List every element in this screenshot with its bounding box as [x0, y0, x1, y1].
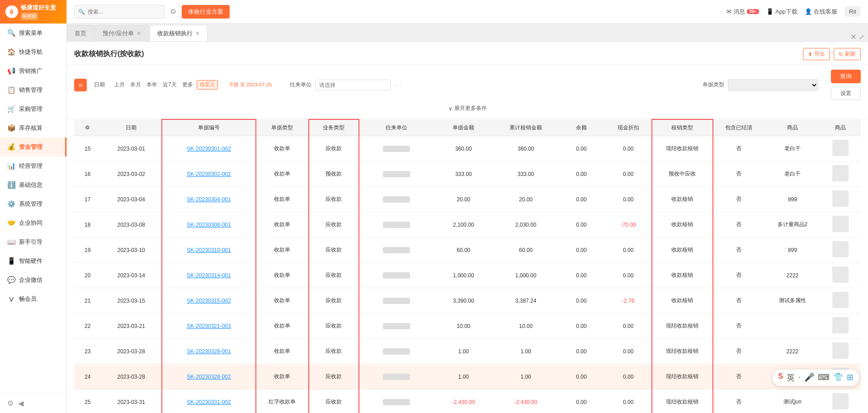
tab-prepay[interactable]: 预付/应付单✕: [95, 25, 149, 41]
ime-grid-icon[interactable]: ⊞: [847, 372, 854, 383]
row-partner: [359, 161, 433, 187]
sidebar-item-hardware[interactable]: 📱 智能硬件: [0, 252, 66, 271]
user-btn[interactable]: Rit: [844, 6, 861, 17]
sidebar-item-finance[interactable]: 💰 资金管理: [0, 138, 66, 157]
sidebar-item-sales[interactable]: 📋 销售管理: [0, 81, 66, 100]
expand-more-btn[interactable]: ∨ 展开更多条件: [74, 103, 861, 114]
row-biztype: 应收款: [309, 389, 359, 413]
query-btn[interactable]: 查询: [831, 70, 861, 83]
th-settings[interactable]: ⚙: [74, 119, 101, 136]
sidebar-label-finance: 资金管理: [19, 143, 42, 151]
settings-icon[interactable]: ⚙: [7, 399, 14, 408]
billno-link[interactable]: SK-20230314-001: [187, 272, 231, 279]
collapse-icon[interactable]: ◀: [18, 399, 24, 408]
ime-dot-icon[interactable]: ·: [798, 372, 801, 383]
tab-home[interactable]: 首页: [67, 25, 94, 41]
app-download-btn[interactable]: 📱 App下载: [766, 8, 797, 16]
tab-close-receipt[interactable]: ✕: [195, 30, 200, 37]
billno-link[interactable]: SK-20230328-001: [187, 348, 231, 355]
date-this-year[interactable]: 本年: [145, 80, 159, 90]
refresh-btn[interactable]: ↻ 刷新: [834, 48, 861, 60]
sidebar-item-purchase[interactable]: 🛒 采购管理: [0, 100, 66, 119]
row-biztype: 应收款: [309, 187, 359, 212]
partner-value: [383, 298, 410, 304]
tab-close-prepay[interactable]: ✕: [137, 30, 141, 37]
filter-settings-btn[interactable]: 设置: [831, 87, 861, 100]
row-partner: [359, 136, 433, 161]
sidebar-label-quicknav: 快捷导航: [19, 48, 42, 56]
row-discount: -2.76: [605, 288, 652, 313]
th-cumamt: 累计核销金额: [494, 119, 558, 136]
ime-keyboard-icon[interactable]: ⌨: [818, 372, 830, 383]
sidebar-item-search[interactable]: 🔍 搜索菜单: [0, 24, 66, 43]
table-row: 17 2023-03-04 SK-20230304-001 收款单 应收款 20…: [74, 187, 861, 212]
search-input[interactable]: [88, 9, 160, 15]
billno-link[interactable]: SK-20230310-001: [187, 247, 231, 253]
row-discount: 0.00: [605, 313, 652, 339]
filter-toggle-btn[interactable]: »: [74, 79, 87, 91]
billtype-select[interactable]: [728, 79, 818, 91]
row-goodsimg: [820, 313, 861, 339]
row-goods: 2222: [764, 339, 820, 364]
partner-value: [383, 374, 410, 380]
industry-btn[interactable]: 体验行业方案: [182, 5, 230, 19]
logo-text: 畅康道好生意 标推版: [21, 4, 56, 20]
row-amount: -2,430.00: [433, 389, 494, 413]
row-cumamt: -2,430.00: [494, 389, 558, 413]
logo-icon: 6: [5, 5, 18, 18]
sidebar-item-quicknav[interactable]: 🏠 快捷导航: [0, 43, 66, 62]
ime-english-icon[interactable]: 英: [787, 372, 795, 383]
sidebar-item-member[interactable]: V 畅会员: [0, 290, 66, 309]
sidebar-item-basics[interactable]: ℹ️ 基础信息: [0, 176, 66, 195]
row-goodsimg: [820, 389, 861, 413]
ime-mic-icon[interactable]: 🎤: [804, 372, 814, 383]
ime-shirt-icon[interactable]: 👕: [833, 372, 843, 383]
date-label: 日期: [94, 81, 105, 89]
row-billno: SK-20230302-002: [162, 161, 256, 187]
sidebar-item-operation[interactable]: 📊 经营管理: [0, 157, 66, 176]
topbar-search-box[interactable]: 🔍: [74, 5, 165, 19]
tab-receipt[interactable]: 收款核销执行✕: [150, 25, 208, 41]
date-this-month[interactable]: 本月: [128, 80, 143, 90]
row-cumamt: 360.00: [494, 136, 558, 161]
export-btn[interactable]: ⬆ 导出: [803, 48, 830, 60]
billno-link[interactable]: SK-20230321-003: [187, 323, 231, 329]
window-expand-icon[interactable]: ⤢: [859, 33, 864, 41]
tab-label-home: 首页: [75, 29, 86, 38]
row-cumamt: 1.00: [494, 339, 558, 364]
date-custom-btn[interactable]: 自定义: [197, 80, 218, 90]
row-date: 2023-03-21: [101, 313, 162, 339]
window-close-icon[interactable]: ✕: [850, 33, 856, 41]
chevron-down-icon: ∨: [448, 105, 453, 112]
sidebar-item-enterprise[interactable]: 🤝 企业协同: [0, 214, 66, 233]
date-more[interactable]: 更多: [180, 80, 195, 90]
row-partner: [359, 187, 433, 212]
row-date: 2023-03-01: [101, 136, 162, 161]
row-discount: 0.00: [605, 339, 652, 364]
date-7days[interactable]: 近7天: [161, 80, 179, 90]
service-btn[interactable]: 👤 在线客服: [805, 8, 837, 16]
billno-link[interactable]: SK-20230328-002: [187, 374, 231, 380]
main-content: 🔍 ⚙ 体验行业方案 ✉ 消息 99+ 📱 App下载 👤 在线客服 Rit: [67, 0, 868, 413]
row-settled: 否: [713, 187, 765, 212]
row-balance: 0.00: [558, 313, 605, 339]
billno-link[interactable]: SK-20230304-001: [187, 196, 231, 203]
sidebar-item-inventory[interactable]: 📦 库存核算: [0, 119, 66, 138]
billno-link[interactable]: SK-20230301-002: [187, 146, 231, 152]
sidebar-item-marketing[interactable]: 📢 营销推广: [0, 62, 66, 81]
billno-link[interactable]: SK-20230308-001: [187, 222, 231, 228]
partner-value: [383, 196, 410, 203]
date-last-month[interactable]: 上月: [112, 80, 127, 90]
billno-link[interactable]: SK-20230331-002: [187, 399, 231, 405]
billno-link[interactable]: SK-20230315-002: [187, 298, 231, 304]
sidebar-item-system[interactable]: ⚙️ 系统管理: [0, 195, 66, 214]
service-label: 在线客服: [814, 8, 837, 16]
partner-input[interactable]: [315, 80, 391, 90]
sidebar-label-marketing: 营销推广: [19, 67, 42, 75]
system-icon: ⚙️: [7, 200, 15, 208]
billno-link[interactable]: SK-20230302-002: [187, 171, 231, 177]
message-btn[interactable]: ✉ 消息 99+: [726, 8, 759, 16]
sidebar-item-wechat[interactable]: 💬 企业微信: [0, 271, 66, 290]
topbar-gear-icon[interactable]: ⚙: [170, 7, 176, 16]
sidebar-item-guide[interactable]: 📖 新手引导: [0, 233, 66, 252]
